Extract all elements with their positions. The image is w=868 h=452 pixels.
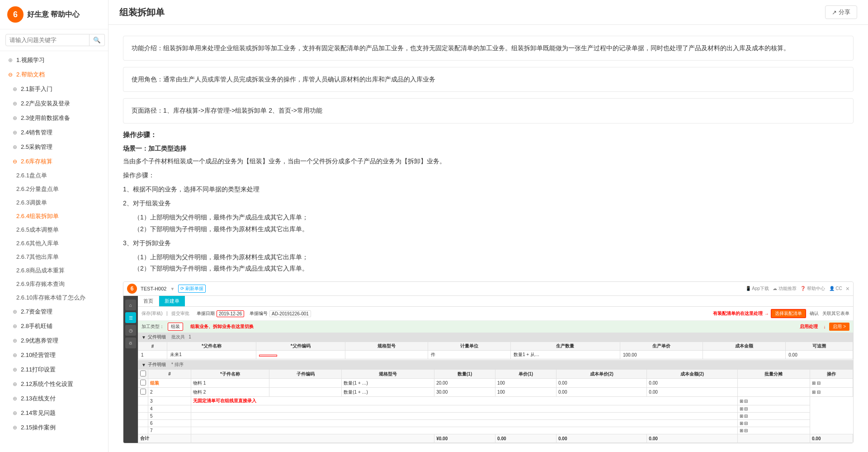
mock-crow-name2: 物料 2: [191, 388, 269, 397]
mock-parent-count: 批次共 1: [171, 334, 191, 340]
mock-crow-spec2: 数量(1 + …): [342, 388, 434, 397]
step3: 3、对于拆卸业务: [123, 238, 854, 249]
mock-id-value: AD-20191226-001: [269, 310, 311, 317]
mock-tab-home: 首页: [138, 296, 159, 306]
sidebar-item-predata[interactable]: ⊕2.3使用前数据准备: [0, 111, 108, 125]
mock-td-price1: 100.00: [620, 351, 703, 359]
mock-crow-camount1: 0.00: [647, 379, 737, 388]
sidebar-label: 2.4销售管理: [21, 128, 52, 137]
mock-crow-num2: 2: [148, 388, 191, 397]
mock-crow-op4: ⊞ ⊟: [737, 405, 810, 413]
mock-cth-op: 操作: [810, 370, 853, 379]
sidebar-item-sales[interactable]: ⊕2.4销售管理: [0, 125, 108, 140]
sidebar-item-cases[interactable]: ⊕2.15操作案例: [0, 420, 108, 435]
mock-th-num: #: [138, 342, 167, 351]
sidebar-label: 2.14常见问题: [21, 409, 56, 417]
sidebar-item-assembly[interactable]: 2.6.4组装拆卸单: [0, 209, 108, 223]
mock-row2-cb[interactable]: [140, 389, 146, 395]
expand-icon: ⊕: [12, 381, 18, 387]
sidebar-label: 2.15操作案例: [21, 423, 56, 432]
mock-bom-button[interactable]: 选择装配清单: [771, 309, 806, 318]
steps-label: 操作步骤：: [123, 170, 854, 181]
sidebar-label: 2.3使用前数据准备: [21, 114, 70, 122]
mock-td-spec1: [345, 351, 428, 359]
mock-select-all[interactable]: [140, 371, 146, 376]
mock-crow-empty7: [191, 427, 737, 434]
mock-th-p4: 计量单位: [428, 342, 510, 351]
expand-icon: ⊕: [12, 100, 18, 107]
mock-crow-num1: 组装: [148, 379, 191, 388]
mock-tab-new: 新建单: [159, 296, 185, 306]
sidebar-item-adjust[interactable]: 2.6.3调拨单: [0, 196, 108, 209]
mock-footer-total3: 0.00: [557, 434, 647, 443]
mock-enable-btn[interactable]: 启用 >: [829, 323, 849, 331]
mock-crow-empty5: [191, 413, 737, 420]
mock-crow-num4: 4: [148, 405, 191, 413]
mock-form-header: 保存(草稿) | 提交审批 单据日期 2019-12-26 单据编号 AD-20…: [138, 307, 853, 321]
mock-nav-icons: 📱 App下载 ☁ 功能推荐 ❓ 帮助中心 👤 CC: [745, 285, 842, 292]
sidebar-item-install[interactable]: ⊕2.2产品安装及登录: [0, 96, 108, 111]
sidebar-item-mobile[interactable]: ⊕2.8手机旺铺: [0, 319, 108, 333]
sidebar-item-stockerror[interactable]: 2.6.10库存账本错了怎么办: [0, 291, 108, 305]
mock-child-label: 子件明细: [148, 362, 166, 368]
sidebar-item-stocktake[interactable]: 2.6.1盘点单: [0, 169, 108, 182]
sidebar-item-coupon[interactable]: ⊕2.9优惠券管理: [0, 333, 108, 348]
sidebar-item-docs[interactable]: ⊖2.帮助文档: [0, 67, 108, 82]
mock-footer-total2: 0.00: [495, 434, 557, 443]
sidebar-item-faq[interactable]: ⊕2.14常见问题: [0, 406, 108, 420]
mock-crow-op3: ⊞ ⊟: [737, 397, 810, 405]
mock-crow-price2: 100: [495, 388, 557, 397]
sidebar-item-newcomer[interactable]: ⊕2.1新手入门: [0, 82, 108, 96]
main-panel: 组装拆卸单 ↗ 分享 功能介绍：组装拆卸单用来处理企业组装或拆卸等加工业务，支持…: [108, 0, 868, 452]
mock-crow-cb6: [138, 420, 148, 427]
sidebar-item-outother[interactable]: 2.6.7其他出库单: [0, 250, 108, 264]
sidebar-item-payment[interactable]: ⊕2.13在线支付: [0, 391, 108, 406]
mock-cth-spec: 规格型号: [342, 370, 434, 379]
callout1-label: 有装配清单的在这里处理: [713, 310, 763, 317]
mock-th-p2: *父件编码: [256, 342, 345, 351]
sidebar-label: 1.视频学习: [16, 56, 45, 64]
mock-main-content: 首页 新建单 保存(草稿) | 提交审批 单据日期 2019-12-26 单据编…: [138, 296, 853, 443]
mock-cth-batch: 批量分摊: [737, 370, 810, 379]
sidebar-item-cost[interactable]: 2.6.5成本调整单: [0, 223, 108, 237]
sidebar-item-ops[interactable]: ⊕2.10经营管理: [0, 348, 108, 362]
sidebar-item-purchase[interactable]: ⊕2.5采购管理: [0, 140, 108, 154]
sidebar-item-customize[interactable]: ⊕2.12系统个性化设置: [0, 377, 108, 391]
sidebar-item-goodscost[interactable]: 2.6.8商品成本重算: [0, 264, 108, 277]
mock-crow-camount2: 0.00: [647, 388, 737, 397]
share-label: 分享: [839, 8, 850, 16]
sidebar-item-video[interactable]: ⊕1.视频学习: [0, 53, 108, 67]
mock-cth-camount: 成本金额(2): [647, 370, 737, 379]
mock-row1-cb[interactable]: [140, 380, 146, 385]
mock-footer-total6: 0.00: [810, 434, 853, 443]
mock-footer-label: 合计: [138, 434, 191, 443]
mock-nav-icon-3: ◷: [125, 325, 136, 336]
mock-footer-spacer: [191, 434, 434, 443]
mock-crow-num7: 7: [148, 427, 191, 434]
expand-icon: ⊕: [12, 338, 18, 344]
mock-crow-qty1: 20.00: [434, 379, 495, 388]
mock-footer-total5: [737, 434, 810, 443]
mock-crow-op2: ⊞ ⊟: [810, 388, 853, 397]
search-input[interactable]: [5, 34, 90, 46]
search-box: 🔍: [0, 29, 108, 51]
sidebar-label: 2.帮助文档: [16, 71, 45, 79]
step1: 1、根据不同的业务，选择不同单据的类型来处理: [123, 184, 854, 195]
mock-crow-cb4: [138, 405, 148, 413]
sidebar-item-inventory[interactable]: ⊖2.6库存核算: [0, 154, 108, 169]
mock-footer-total4: 0.00: [647, 434, 737, 443]
mock-footer-total1: ¥0.00: [434, 434, 495, 443]
share-button[interactable]: ↗ 分享: [825, 5, 857, 19]
sidebar-item-capital[interactable]: ⊕2.7资金管理: [0, 305, 108, 319]
path-text: 页面路径：1、库存核算->库存管理->组装拆卸单 2、首页->常用功能: [132, 107, 322, 114]
sidebar-item-print[interactable]: ⊕2.11打印设置: [0, 362, 108, 377]
expand-icon: ⊕: [12, 424, 18, 431]
sidebar-item-inother[interactable]: 2.6.6其他入库单: [0, 237, 108, 250]
search-button[interactable]: 🔍: [90, 34, 105, 46]
sidebar-item-partial[interactable]: 2.6.2分量盘点单: [0, 182, 108, 196]
mock-type-row: 加工类型： 组装 组装业务、拆卸业务在这里切换 启用处理 ↓ 启用 >: [138, 321, 853, 333]
mock-parent-label: 父件明细: [148, 334, 166, 340]
sidebar-item-stockcheck[interactable]: 2.6.9库存账本查询: [0, 277, 108, 291]
mock-expand-icon2: ▼: [142, 362, 146, 367]
mock-date-label: 单据日期: [197, 310, 215, 317]
